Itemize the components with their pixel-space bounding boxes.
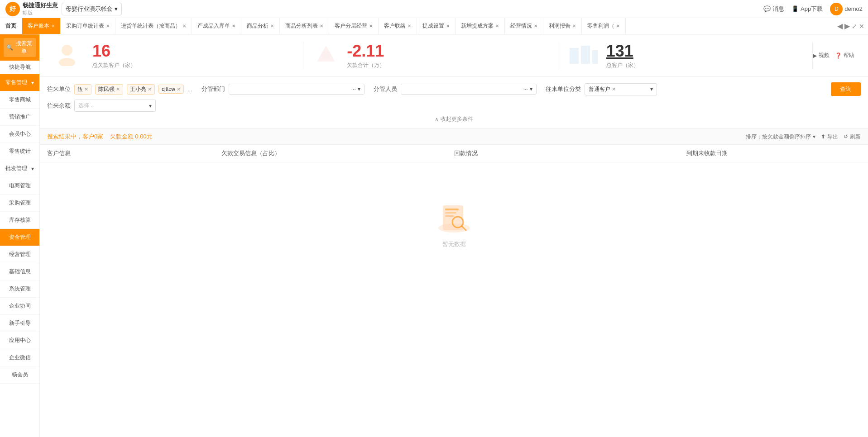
sidebar-inventory-label: 库存核算 [9,217,31,223]
sidebar-item-quick-nav[interactable]: 快捷导航 [0,61,39,74]
sidebar-item-new-guide[interactable]: 新手引导 [0,315,39,332]
tab-customer-tier-close[interactable]: ✕ [369,24,373,28]
tab-goods-list-close[interactable]: ✕ [320,24,323,28]
tab-customer-contact-close[interactable]: ✕ [408,24,411,28]
filter-tag-wu-close[interactable]: ✕ [84,86,88,92]
person-chevron-icon: ▾ [530,86,532,92]
col-date: 到期未收款日期 [686,149,861,157]
sidebar-item-enterprise-wechat[interactable]: 企业微信 [0,349,39,366]
tab-customer-contact[interactable]: 客户联络 ✕ [379,18,417,34]
sidebar-item-capital[interactable]: 资金管理 [0,229,39,246]
person-select[interactable]: ··· ▾ [401,84,537,95]
tab-profit-report[interactable]: 利润报告 ✕ [543,18,582,34]
tab-profit-report-close[interactable]: ✕ [572,24,576,28]
sidebar-item-basic-info[interactable]: 基础信息 [0,263,39,280]
balance-select[interactable]: 选择... ▾ [74,100,156,112]
tab-close-all-icon[interactable]: ✕ [859,23,864,30]
tab-home-label: 首页 [5,22,16,30]
dept-label: 分管部门 [201,85,225,93]
filter-row-2: 往来余额 选择... ▾ [47,100,861,112]
tab-production-label: 产成品入库单 [197,22,230,30]
tab-operations-close[interactable]: ✕ [534,24,537,28]
help-label: 帮助 [844,52,854,59]
sidebar-item-ecommerce[interactable]: 电商管理 [0,177,39,195]
tab-purchase-stats-close[interactable]: ✕ [106,24,110,28]
user-menu[interactable]: D demo2 [830,3,863,15]
tab-promotion-settings-label: 提成设置 [422,22,444,30]
sidebar-item-app-center[interactable]: 应用中心 [0,332,39,349]
tab-next-icon[interactable]: ▶ [844,22,850,30]
sidebar-item-wholesale[interactable]: 批发管理 ▾ [0,160,39,177]
workspace-selector[interactable]: 母婴行业演示帐套 ▾ [62,3,122,15]
category-chevron-icon: ▾ [650,86,653,92]
filter-row-1: 往来单位 伍 ✕ 陈民强 ✕ 王小亮 ✕ cjttcw ✕ ... [47,82,861,96]
category-tag: 普通客户 ✕ [589,86,616,93]
tab-production-close[interactable]: ✕ [232,24,235,28]
app-download-button[interactable]: 📱 App下载 [791,5,823,13]
tab-customer-tier[interactable]: 客户分层经营 ✕ [329,18,379,34]
category-tag-close[interactable]: ✕ [612,86,616,92]
tab-new-promotion-close[interactable]: ✕ [495,24,499,28]
help-button[interactable]: ❓ 帮助 [835,52,854,59]
tab-purchase-list-close[interactable]: ✕ [182,24,186,28]
sidebar-item-enterprise[interactable]: 企业协同 [0,298,39,315]
filter-tag-chen-close[interactable]: ✕ [116,86,120,92]
logo-area: 好 畅捷通好生意 标版 [5,1,58,16]
tab-retail-profit-close[interactable]: ✕ [616,24,620,28]
tab-promotion-settings-close[interactable]: ✕ [446,24,450,28]
sidebar-item-inventory[interactable]: 库存核算 [0,212,39,229]
message-button[interactable]: 💬 消息 [763,5,784,13]
col-customer-label: 客户信息 [47,150,71,157]
collapse-button[interactable]: ∧ 收起更多条件 [47,115,861,123]
filter-tag-cj-close[interactable]: ✕ [177,86,181,92]
filter-tag-wang-close[interactable]: ✕ [148,86,152,92]
tab-promotion-settings[interactable]: 提成设置 ✕ [417,18,456,34]
debt-value: -2.11 [347,42,385,61]
sidebar-item-operations-mgmt[interactable]: 经营管理 [0,246,39,263]
video-button[interactable]: ▶ 视频 [813,52,830,59]
category-label: 往来单位分类 [546,85,581,93]
refresh-button[interactable]: ↺ 刷新 [844,133,861,141]
sidebar-item-member[interactable]: 会员中心 [0,126,39,143]
sidebar-item-retail-mall[interactable]: 零售商城 [0,91,39,109]
result-info: 搜索结果中，客户0家 欠款金额 0.00元 [47,133,153,141]
sidebar-item-retail[interactable]: 零售管理 ▾ [0,74,39,91]
stats-bar: 16 总欠款客户（家） -2.11 欠款合计（万） [40,34,868,77]
tab-expand-icon[interactable]: ⤢ [852,23,857,30]
tab-prev-icon[interactable]: ◀ [837,22,843,30]
sidebar-new-guide-label: 新手引导 [9,320,31,326]
sidebar-item-purchase[interactable]: 采购管理 [0,195,39,212]
sidebar-item-marketing[interactable]: 营销推广 [0,109,39,126]
tab-customers[interactable]: 客户账本 ✕ [22,18,61,34]
filter-tag-wu: 伍 ✕ [74,84,91,95]
sidebar: 🔍 搜索菜单 快捷导航 零售管理 ▾ 零售商城 营销推广 会员中心 零售统计 批… [0,34,40,437]
tab-production[interactable]: 产成品入库单 ✕ [192,18,241,34]
person-more-icon: ··· [523,86,528,92]
tab-purchase-list[interactable]: 进货单统计表（按商品） ✕ [115,18,192,34]
category-select[interactable]: 普通客户 ✕ ▾ [585,83,657,95]
tab-goods-list[interactable]: 商品分析列表 ✕ [280,18,329,34]
debt-label: 欠款合计（万） [347,62,385,69]
tab-operations[interactable]: 经营情况 ✕ [505,18,543,34]
tab-new-promotion[interactable]: 新增提成方案 ✕ [456,18,505,34]
sidebar-item-vip-member[interactable]: 畅会员 [0,366,39,384]
nav-tabs: 首页 客户账本 ✕ 采购订单统计表 ✕ 进货单统计表（按商品） ✕ 产成品入库单… [0,18,868,34]
stat-actions: ▶ 视频 ❓ 帮助 [813,52,859,59]
tab-home[interactable]: 首页 [0,18,22,34]
tab-retail-profit[interactable]: 零售利润（ ✕ [582,18,626,34]
tab-purchase-stats[interactable]: 采购订单统计表 ✕ [61,18,115,34]
tab-goods-analysis[interactable]: 商品分析 ✕ [241,18,280,34]
dept-select[interactable]: ··· ▾ [229,84,364,95]
tab-customers-close[interactable]: ✕ [51,24,55,28]
message-label: 消息 [772,5,784,13]
export-button[interactable]: ⬆ 导出 [821,133,838,141]
phone-icon: 📱 [791,5,799,12]
sidebar-item-system[interactable]: 系统管理 [0,280,39,298]
tab-goods-analysis-close[interactable]: ✕ [270,24,274,28]
sort-select[interactable]: 排序：按欠款金额倒序排序 ▾ [746,133,815,141]
sidebar-item-retail-stats[interactable]: 零售统计 [0,143,39,160]
filter-more-tags[interactable]: ... [187,86,192,93]
top-bar-right: 💬 消息 📱 App下载 D demo2 [763,3,863,15]
query-button[interactable]: 查询 [831,82,861,96]
search-menu-button[interactable]: 🔍 搜索菜单 [4,38,36,57]
